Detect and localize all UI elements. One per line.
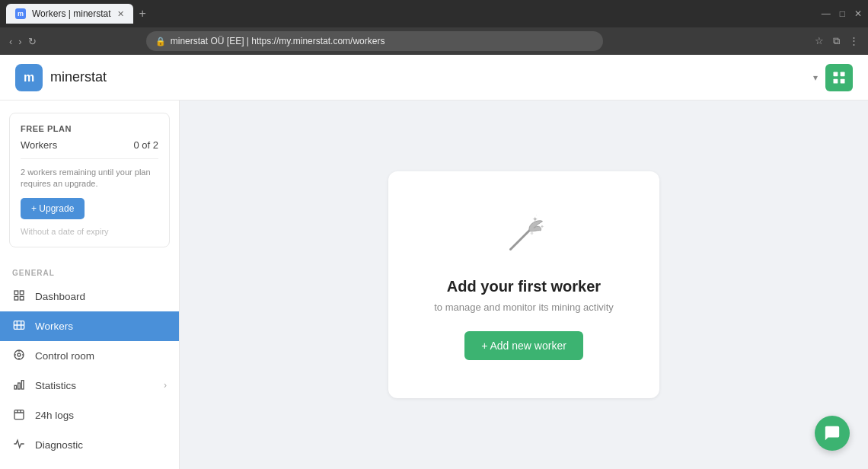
empty-state-card: ✦ ✦ · Add your first worker to manage an… — [388, 171, 659, 398]
address-text: minerstat OÜ [EE] | https://my.minerstat… — [171, 36, 385, 46]
tab-favicon: m — [15, 8, 26, 19]
plan-note: 2 workers remaining until your plan requ… — [21, 167, 158, 190]
mining-section-label: MINING — [0, 460, 179, 469]
tab-close-button[interactable]: ✕ — [117, 9, 124, 19]
minimize-button[interactable]: — — [822, 8, 831, 19]
nav-dropdown-icon[interactable]: ▾ — [813, 72, 818, 83]
sidebar-item-24h-logs[interactable]: 24h logs — [0, 400, 179, 430]
svg-rect-12 — [18, 383, 21, 389]
plan-expiry: Without a date of expiry — [21, 227, 158, 236]
logo-area: m minerstat — [15, 64, 107, 91]
active-tab[interactable]: m Workers | minerstat ✕ — [6, 4, 133, 24]
svg-point-19 — [531, 232, 534, 235]
chat-icon — [824, 425, 841, 442]
maximize-button[interactable]: □ — [840, 8, 845, 19]
sidebar-item-workers-label: Workers — [35, 321, 73, 332]
menu-icon[interactable]: ⋮ — [849, 35, 859, 47]
pickaxe-illustration: ✦ ✦ · — [497, 209, 550, 263]
svg-rect-1 — [841, 72, 845, 76]
extensions-icon[interactable]: ⧉ — [833, 35, 840, 47]
plan-title: FREE PLAN — [21, 124, 158, 133]
svg-rect-6 — [14, 296, 18, 300]
browser-actions: ☆ ⧉ ⋮ — [815, 35, 859, 47]
top-nav: m minerstat ▾ — [0, 55, 868, 100]
nav-buttons: ‹ › ↻ — [9, 36, 37, 47]
forward-button[interactable]: › — [18, 36, 21, 47]
control-room-icon — [12, 349, 26, 363]
lock-icon: 🔒 — [155, 37, 166, 46]
empty-state-title: Add your first worker — [447, 278, 601, 295]
plan-divider — [21, 158, 158, 159]
sidebar-item-24h-logs-label: 24h logs — [35, 410, 74, 421]
plan-workers-label: Workers — [21, 139, 57, 151]
svg-rect-3 — [841, 78, 845, 83]
sidebar-item-statistics-label: Statistics — [35, 380, 76, 391]
add-new-worker-button[interactable]: + Add new worker — [464, 331, 583, 360]
sidebar-item-control-room[interactable]: Control room — [0, 341, 179, 371]
svg-rect-2 — [834, 78, 838, 83]
browser-chrome: m Workers | minerstat ✕ + — □ ✕ — [0, 0, 868, 27]
svg-rect-14 — [14, 410, 24, 419]
statistics-icon — [12, 378, 26, 393]
sidebar-item-dashboard-label: Dashboard — [35, 291, 85, 302]
content-area: ✦ ✦ · Add your first worker to manage an… — [180, 100, 868, 469]
window-controls: — □ ✕ — [822, 8, 862, 19]
sidebar-item-workers[interactable]: Workers — [0, 311, 179, 341]
plan-workers-row: Workers 0 of 2 — [21, 139, 158, 151]
sidebar-item-diagnostic-label: Diagnostic — [35, 439, 83, 451]
back-button[interactable]: ‹ — [9, 36, 12, 47]
tab-title: Workers | minerstat — [32, 8, 111, 19]
address-input-box[interactable]: 🔒 minerstat OÜ [EE] | https://my.minerst… — [146, 31, 603, 51]
grid-icon — [831, 70, 847, 85]
workers-icon — [12, 319, 26, 333]
plan-card: FREE PLAN Workers 0 of 2 2 workers remai… — [9, 113, 170, 247]
sidebar-item-control-room-label: Control room — [35, 350, 94, 362]
chat-bubble-button[interactable] — [815, 416, 850, 451]
general-section-label: GENERAL — [0, 260, 179, 282]
svg-rect-13 — [21, 380, 24, 388]
reload-button[interactable]: ↻ — [28, 36, 37, 47]
sidebar-item-diagnostic[interactable]: Diagnostic — [0, 430, 179, 460]
sidebar: FREE PLAN Workers 0 of 2 2 workers remai… — [0, 100, 180, 469]
close-button[interactable]: ✕ — [854, 8, 862, 19]
svg-point-10 — [18, 353, 21, 356]
logo-icon: m — [15, 64, 43, 91]
logs-icon — [12, 408, 26, 423]
svg-rect-0 — [834, 72, 838, 76]
bookmark-icon[interactable]: ☆ — [815, 35, 824, 47]
tab-bar: m Workers | minerstat ✕ + — [6, 4, 152, 24]
svg-rect-11 — [14, 385, 17, 389]
sidebar-item-statistics[interactable]: Statistics › — [0, 371, 179, 400]
svg-line-18 — [511, 229, 531, 249]
logo-text: minerstat — [50, 69, 107, 85]
new-tab-button[interactable]: + — [133, 7, 152, 21]
diagnostic-icon — [12, 438, 26, 452]
nav-right: ▾ — [813, 64, 853, 91]
plan-workers-value: 0 of 2 — [133, 139, 158, 151]
sidebar-item-dashboard[interactable]: Dashboard — [0, 282, 179, 311]
address-bar: ‹ › ↻ 🔒 minerstat OÜ [EE] | https://my.m… — [0, 27, 868, 55]
empty-state-subtitle: to manage and monitor its mining activit… — [434, 302, 614, 313]
app-container: m minerstat ▾ FREE PLAN Workers — [0, 55, 868, 469]
svg-rect-4 — [14, 291, 18, 295]
main-area: FREE PLAN Workers 0 of 2 2 workers remai… — [0, 100, 868, 469]
statistics-arrow-icon: › — [164, 380, 167, 391]
svg-rect-7 — [20, 296, 24, 300]
profile-button[interactable] — [825, 64, 853, 91]
dashboard-icon — [12, 289, 26, 304]
svg-rect-5 — [20, 291, 24, 295]
svg-text:·: · — [536, 212, 537, 217]
upgrade-button[interactable]: + Upgrade — [21, 198, 85, 219]
